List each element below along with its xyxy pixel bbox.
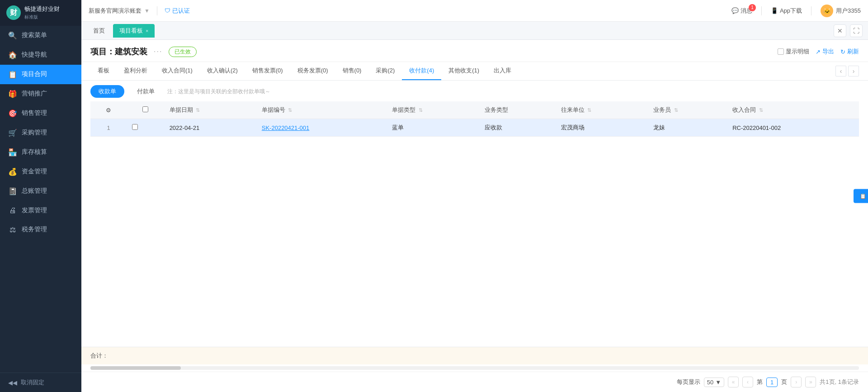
doc-number-link[interactable]: SK-20220421-001 xyxy=(262,124,310,131)
col-contract[interactable]: 收入合同 ⇅ xyxy=(727,101,859,119)
subnav-item-kanban[interactable]: 看板 xyxy=(90,62,117,80)
project-more-button[interactable]: ··· xyxy=(154,48,162,56)
float-action-button[interactable]: 📋 xyxy=(854,189,868,203)
subnav-item-payment[interactable]: 收付款(4) xyxy=(402,62,441,80)
total-label: 合计： xyxy=(90,352,108,359)
cell-salesman: 龙妹 xyxy=(648,119,727,137)
subtab-receipt[interactable]: 收款单 xyxy=(90,85,124,98)
subnav-item-profit[interactable]: 盈利分析 xyxy=(117,62,155,80)
cell-biz-type: 应收款 xyxy=(479,119,556,137)
cell-number[interactable]: SK-20220421-001 xyxy=(256,119,387,137)
sidebar-item-label-marketing: 营销推广 xyxy=(22,90,47,98)
subnav-item-tax-invoice[interactable]: 税务发票(0) xyxy=(290,62,335,80)
avatar: 🐱 xyxy=(821,5,833,17)
sidebar-item-label-tax: 税务管理 xyxy=(22,225,47,234)
content-area: 项目：建筑安装 ··· 已生效 显示明细 ↗ 导出 ↻ 刷新 xyxy=(81,40,868,392)
sidebar-item-sales[interactable]: 🎯 销售管理 xyxy=(0,104,81,123)
cell-contract: RC-20220401-002 xyxy=(727,119,859,137)
project-title: 项目：建筑安装 xyxy=(90,46,147,57)
chevron-down-icon: ▼ xyxy=(144,8,150,14)
subnav-item-sales[interactable]: 销售(0) xyxy=(335,62,369,80)
sidebar-item-invoice[interactable]: 🖨 发票管理 xyxy=(0,201,81,220)
account-selector[interactable]: 新服务官网演示账套 ▼ xyxy=(89,7,150,15)
subtab-note: 注：这里是与项目关联的全部收付款单哦～ xyxy=(167,88,270,96)
expand-window-button[interactable]: ⛶ xyxy=(850,24,863,37)
show-detail-toggle[interactable]: 显示明细 xyxy=(778,48,809,56)
topbar-divider3 xyxy=(811,6,811,15)
sidebar-item-finance[interactable]: 💰 资金管理 xyxy=(0,162,81,182)
data-table: ⚙ 单据日期 ⇅ 单据编号 ⇅ 单据类型 ⇅ xyxy=(90,101,859,137)
sidebar-item-label-inventory: 库存核算 xyxy=(22,148,47,156)
col-number[interactable]: 单据编号 ⇅ xyxy=(256,101,387,119)
app-download-button[interactable]: 📱 App下载 xyxy=(771,7,802,15)
sidebar-item-label-sales: 销售管理 xyxy=(22,109,47,117)
subtab-payment[interactable]: 付款单 xyxy=(129,85,163,98)
sidebar-item-marketing[interactable]: 🎁 营销推广 xyxy=(0,84,81,104)
sidebar-item-ledger[interactable]: 📓 总账管理 xyxy=(0,182,81,201)
prev-page-button[interactable]: ‹ xyxy=(742,377,753,387)
sidebar-item-purchase[interactable]: 🛒 采购管理 xyxy=(0,123,81,143)
sort-icon-partner: ⇅ xyxy=(587,107,591,113)
sidebar-item-label-ledger: 总账管理 xyxy=(22,187,47,195)
shield-icon: 🛡 xyxy=(165,7,170,14)
tab-home[interactable]: 首页 xyxy=(87,24,111,38)
pin-icon: ◀◀ xyxy=(8,379,17,386)
cell-type: 蓝单 xyxy=(387,119,479,137)
scrollbar-thumb[interactable] xyxy=(90,366,181,370)
subnav: 看板 盈利分析 收入合同(1) 收入确认(2) 销售发票(0) 税务发票(0) … xyxy=(81,62,868,81)
main-area: 新服务官网演示账套 ▼ 🛡 已认证 💬 消息 1 📱 App下载 🐱 用户335… xyxy=(81,0,868,392)
sidebar-item-search[interactable]: 🔍 搜索菜单 xyxy=(0,26,81,45)
next-page-button[interactable]: › xyxy=(791,377,802,387)
export-button[interactable]: ↗ 导出 xyxy=(816,48,834,56)
close-window-button[interactable]: ✕ xyxy=(834,24,846,37)
page-size-selector[interactable]: 50 ▼ xyxy=(704,378,724,387)
page-label: 第 xyxy=(757,378,763,386)
close-icon[interactable]: × xyxy=(146,28,148,33)
messages-button[interactable]: 💬 消息 1 xyxy=(731,7,752,15)
col-type[interactable]: 单据类型 ⇅ xyxy=(387,101,479,119)
sidebar-item-contract[interactable]: 📋 项目合同 xyxy=(0,65,81,84)
first-page-button[interactable]: « xyxy=(728,377,739,387)
certified-badge: 🛡 已认证 xyxy=(165,7,190,15)
scrollbar-row xyxy=(81,364,868,372)
book-icon: 📓 xyxy=(8,187,17,196)
certified-label: 已认证 xyxy=(172,7,190,15)
select-all-checkbox[interactable] xyxy=(142,106,148,112)
sidebar-item-shortcut[interactable]: 🏠 快捷导航 xyxy=(0,45,81,65)
col-checkbox xyxy=(127,101,164,119)
subnav-next-button[interactable]: › xyxy=(848,66,859,76)
sort-icon-date: ⇅ xyxy=(196,107,200,113)
current-page[interactable]: 1 xyxy=(766,378,778,387)
col-salesman[interactable]: 业务员 ⇅ xyxy=(648,101,727,119)
subnav-item-revenue-contract[interactable]: 收入合同(1) xyxy=(155,62,200,80)
table-row[interactable]: 1 2022-04-21 SK-20220421-001 蓝单 应收款 宏茂商场… xyxy=(90,119,859,137)
row-checkbox[interactable] xyxy=(132,124,138,130)
sort-icon-number: ⇅ xyxy=(288,107,292,113)
expand-icon: ⛶ xyxy=(853,27,859,34)
close-icon2: ✕ xyxy=(837,27,843,34)
first-page-icon: « xyxy=(732,379,735,385)
horizontal-scrollbar[interactable] xyxy=(90,366,859,370)
show-detail-checkbox[interactable] xyxy=(778,48,784,55)
col-date[interactable]: 单据日期 ⇅ xyxy=(164,101,256,119)
refresh-button[interactable]: ↻ 刷新 xyxy=(840,48,859,56)
subnav-item-other-income[interactable]: 其他收支(1) xyxy=(441,62,486,80)
tab-project-board-label: 项目看板 xyxy=(119,27,143,35)
user-name: 用户3355 xyxy=(836,7,861,15)
subnav-prev-button[interactable]: ‹ xyxy=(835,66,846,76)
last-page-button[interactable]: » xyxy=(805,377,816,387)
sidebar-item-inventory[interactable]: 🏪 库存核算 xyxy=(0,143,81,162)
cell-checkbox[interactable] xyxy=(127,119,164,137)
col-settings[interactable]: ⚙ xyxy=(90,101,127,119)
subnav-item-purchase[interactable]: 采购(2) xyxy=(368,62,402,80)
subnav-item-warehouse[interactable]: 出入库 xyxy=(486,62,519,80)
tab-project-board[interactable]: 项目看板 × xyxy=(113,24,155,38)
unpin-button[interactable]: ◀◀ 取消固定 xyxy=(0,373,81,392)
subnav-item-revenue-confirm[interactable]: 收入确认(2) xyxy=(200,62,245,80)
user-menu[interactable]: 🐱 用户3355 xyxy=(821,5,861,17)
page-suffix: 页 xyxy=(781,378,787,386)
col-partner[interactable]: 往来单位 ⇅ xyxy=(556,101,648,119)
subnav-item-sales-invoice[interactable]: 销售发票(0) xyxy=(245,62,290,80)
page-size-value: 50 xyxy=(707,379,713,386)
sidebar-item-tax[interactable]: ⚖ 税务管理 xyxy=(0,220,81,239)
